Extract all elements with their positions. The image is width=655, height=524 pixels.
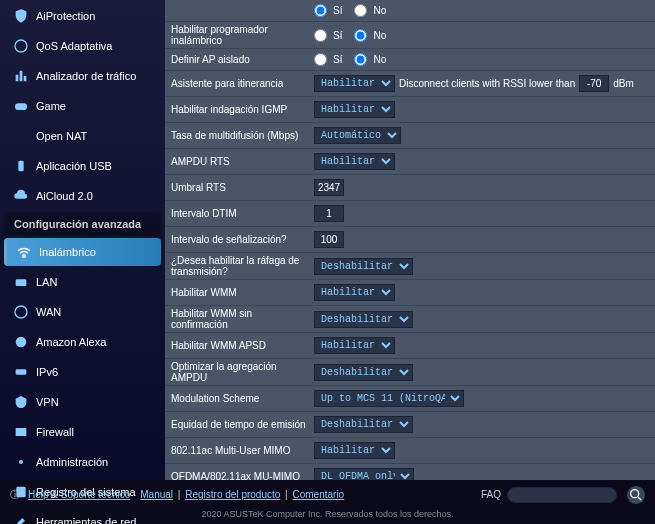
radio-no[interactable] [354,29,367,42]
radio-no[interactable] [354,53,367,66]
select-mumimo[interactable]: Habilitar [314,442,395,459]
sidebar-item-vpn[interactable]: VPN [4,388,161,416]
select-wmm[interactable]: Habilitar [314,284,395,301]
svg-rect-2 [18,161,23,172]
row-label: Tasa de multidifusión (Mbps) [165,130,310,141]
sidebar-item-admin[interactable]: Administración [4,448,161,476]
radio-label: Sí [333,54,342,65]
row-label: OFDMA/802.11ax MU-MIMO [165,471,310,480]
sidebar-item-qos[interactable]: QoS Adaptativa [4,32,161,60]
label: AiProtection [36,10,95,22]
select-wmm-apsd[interactable]: Habilitar [314,337,395,354]
label: Aplicación USB [36,160,112,172]
row-label: Habilitar programador inalámbrico [165,24,310,46]
svg-rect-3 [16,279,27,286]
label: VPN [36,396,59,408]
gauge-icon [12,37,30,55]
row-label: Equidad de tiempo de emisión [165,419,310,430]
select-txburst[interactable]: Deshabilitar [314,258,413,275]
radio-label: No [373,54,386,65]
nat-icon [12,127,30,145]
svg-rect-1 [15,103,27,110]
sidebar-item-nat[interactable]: Open NAT [4,122,161,150]
footer: ⓘ Help & Soporte técnico Manual | Regist… [0,480,655,524]
vpn-icon [12,393,30,411]
label: Game [36,100,66,112]
label: Open NAT [36,130,87,142]
help-link[interactable]: Help & Soporte técnico [28,489,130,500]
help-icon: ⓘ [10,488,20,502]
manual-link[interactable]: Manual [140,489,173,500]
search-button[interactable] [627,486,645,504]
faq-label: FAQ [481,489,501,500]
label: IPv6 [36,366,58,378]
select-igmp[interactable]: Habilitar [314,101,395,118]
select-ofdma[interactable]: DL OFDMA only [314,468,414,480]
sidebar-item-lan[interactable]: LAN [4,268,161,296]
label: Inalámbrico [39,246,96,258]
row-label: Optimizar la agregación AMPDU [165,361,310,383]
sidebar-item-aiprotection[interactable]: AiProtection [4,2,161,30]
sidebar-item-game[interactable]: Game [4,92,161,120]
select-airtime[interactable]: Deshabilitar [314,416,413,433]
rssi-input[interactable] [579,75,609,92]
sidebar-item-alexa[interactable]: Amazon Alexa [4,328,161,356]
svg-point-5 [16,337,27,348]
svg-rect-7 [16,428,27,436]
row-label: AMPDU RTS [165,156,310,167]
row-label: Intervalo DTIM [165,208,310,219]
label: Administración [36,456,108,468]
shield-icon [12,7,30,25]
row-label: Asistente para itinerancia [165,78,310,89]
sidebar-item-wan[interactable]: WAN [4,298,161,326]
product-reg-link[interactable]: Registro del producto [185,489,280,500]
label: Firewall [36,426,74,438]
select-roaming[interactable]: Habilitar [314,75,395,92]
beacon-input[interactable] [314,231,344,248]
faq-search-input[interactable] [507,487,617,503]
label: WAN [36,306,61,318]
row-label: Intervalo de señalización? [165,234,310,245]
row-label: Definir AP aislado [165,54,310,65]
static-text: Disconnect clients with RSSI lower than [399,78,575,89]
sidebar-item-ipv6[interactable]: IPv6 [4,358,161,386]
sidebar-item-firewall[interactable]: Firewall [4,418,161,446]
dtim-input[interactable] [314,205,344,222]
sidebar-item-traffic[interactable]: Analizador de tráfico [4,62,161,90]
row-label: Habilitar indagación IGMP [165,104,310,115]
sidebar-item-aicloud[interactable]: AiCloud 2.0 [4,182,161,210]
chart-icon [12,67,30,85]
select-wmm-noack[interactable]: Deshabilitar [314,311,413,328]
sidebar-item-wireless[interactable]: Inalámbrico [4,238,161,266]
lan-icon [12,273,30,291]
radio-si[interactable] [314,53,327,66]
radio-label: No [373,5,386,16]
usb-icon [12,157,30,175]
row-label: Habilitar WMM APSD [165,340,310,351]
select-multicast[interactable]: Automático [314,127,401,144]
select-mcs[interactable]: Up to MCS 11 (NitroQAM/1024-QAM) [314,390,464,407]
label: Analizador de tráfico [36,70,136,82]
radio-si[interactable] [314,29,327,42]
alexa-icon [12,333,30,351]
row-label: Modulation Scheme [165,393,310,404]
radio-label: Sí [333,5,342,16]
svg-point-4 [15,306,27,318]
radio-si[interactable] [314,4,327,17]
row-label: Habilitar WMM [165,287,310,298]
label: Amazon Alexa [36,336,106,348]
gamepad-icon [12,97,30,115]
radio-label: No [373,30,386,41]
label: QoS Adaptativa [36,40,112,52]
svg-point-10 [631,489,639,497]
radio-no[interactable] [354,4,367,17]
select-ampdu-opt[interactable]: Deshabilitar [314,364,413,381]
cloud-icon [12,187,30,205]
rts-input[interactable] [314,179,344,196]
feedback-link[interactable]: Comentario [292,489,344,500]
svg-rect-6 [16,369,27,374]
globe-icon [12,303,30,321]
sidebar-item-usb[interactable]: Aplicación USB [4,152,161,180]
select-ampdu[interactable]: Habilitar [314,153,395,170]
unit-text: dBm [613,78,634,89]
